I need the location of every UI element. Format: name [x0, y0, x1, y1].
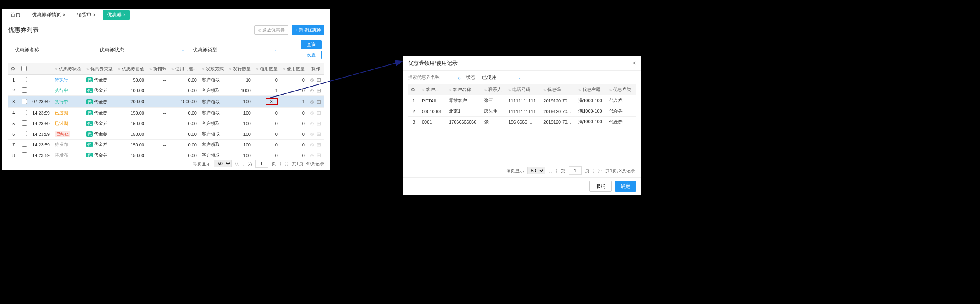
row-checkbox[interactable] [22, 77, 27, 82]
sort-icon: ⇅ [86, 67, 90, 71]
prev-page-icon[interactable]: ⟨ [556, 168, 558, 173]
page-number-input[interactable] [569, 166, 582, 175]
customer-code-header[interactable]: ⇅客户... [420, 84, 446, 95]
share-icon[interactable]: ⎋ [310, 110, 314, 116]
cancel-button[interactable]: 取消 [589, 181, 612, 192]
status-select[interactable]: ⌄ [127, 48, 185, 52]
table-row[interactable]: 2 00010001 北京1 唐先生 11111111111 2019120 7… [408, 106, 636, 117]
claim-qty-cell[interactable]: 3 [253, 96, 280, 108]
claim-header[interactable]: ⇅领用数量 [253, 63, 280, 75]
qr-icon[interactable]: ⊞ [317, 131, 321, 137]
row-checkbox[interactable] [22, 99, 27, 104]
qr-icon[interactable]: ⊞ [317, 120, 321, 126]
gear-header[interactable]: ⚙ [8, 63, 19, 75]
tab-sales[interactable]: 销货单 × [73, 10, 100, 20]
claim-count-highlight[interactable]: 3 [266, 98, 278, 105]
share-icon[interactable]: ⎋ [310, 77, 314, 83]
qr-icon[interactable]: ⊞ [317, 110, 321, 116]
claim-qty-cell[interactable]: 0 [253, 118, 280, 129]
next-page-icon[interactable]: ⟩ [593, 168, 595, 173]
table-row[interactable]: 7 14 23:59 待发布 代代金券 150.00 -- 0.00 客户领取 … [8, 140, 324, 150]
row-checkbox[interactable] [22, 87, 27, 93]
qr-icon[interactable]: ⊞ [317, 87, 321, 93]
tab-coupon[interactable]: 优惠券 × [103, 10, 130, 20]
modal-state-select[interactable]: 已使用 ⌄ [480, 74, 521, 81]
tab-home[interactable]: 首页 [7, 10, 25, 20]
table-row[interactable]: 4 14 23:59 已过期 代代金券 150.00 -- 0.00 客户领取 … [8, 108, 324, 118]
per-page-select[interactable]: 50 [214, 160, 232, 167]
page-number-input[interactable] [255, 160, 268, 168]
checkbox-header[interactable] [19, 63, 30, 75]
phone-header[interactable]: ⇅电话号码 [506, 84, 541, 95]
use-header[interactable]: ⇅使用数量 [280, 63, 307, 75]
contact-header[interactable]: ⇅联系人 [482, 84, 506, 95]
table-row[interactable]: 3 07 23:59 执行中 代代金券 200.00 -- 1000.00 客户… [8, 96, 324, 108]
row-checkbox[interactable] [22, 142, 27, 147]
claim-qty-cell[interactable]: 0 [253, 129, 280, 140]
coupon-code-header[interactable]: ⇅优惠码 [541, 84, 576, 95]
distribute-coupon-button[interactable]: ⎋ 发放优惠券 [254, 25, 288, 35]
status-header[interactable]: ⇅优惠券状态 [52, 63, 84, 75]
tab-detail[interactable]: 优惠券详情页 × [28, 10, 69, 20]
coupon-name-input[interactable] [42, 45, 92, 54]
close-icon[interactable]: × [63, 13, 65, 17]
claim-qty-cell[interactable]: 0 [253, 150, 280, 157]
modal-search-input[interactable] [408, 75, 453, 80]
customer-name-header[interactable]: ⇅客户名称 [446, 84, 482, 95]
gear-header[interactable]: ⚙ [408, 84, 420, 95]
row-checkbox[interactable] [22, 120, 27, 126]
row-checkbox[interactable] [22, 131, 27, 136]
row-checkbox[interactable] [22, 110, 27, 115]
share-icon[interactable]: ⎋ [310, 152, 314, 157]
prev-page-icon[interactable]: ⟨ [242, 161, 244, 166]
threshold-header[interactable]: ⇅使用门槛... [169, 63, 199, 75]
per-page-select[interactable]: 50 [527, 167, 545, 174]
close-icon[interactable]: × [632, 60, 636, 67]
settings-button[interactable]: 设置 [301, 51, 322, 59]
select-all-checkbox[interactable] [21, 66, 27, 71]
contact-cell: 唐先生 [482, 106, 506, 117]
face-header[interactable]: ⇅优惠券面值 [115, 63, 147, 75]
qr-icon[interactable]: ⊞ [317, 77, 321, 83]
search-icon[interactable]: ⌕ [458, 75, 461, 80]
qr-icon[interactable]: ⊞ [317, 152, 321, 157]
table-row[interactable]: 1 待执行 代代金券 50.00 -- 0.00 客户领取 10 0 0 ⎋ ⊞ [8, 75, 324, 85]
share-icon[interactable]: ⎋ [310, 131, 314, 137]
table-row[interactable]: 5 14 23:59 已过期 代代金券 150.00 -- 0.00 客户领取 … [8, 118, 324, 129]
close-icon[interactable]: × [123, 13, 126, 17]
share-icon[interactable]: ⎋ [310, 99, 314, 105]
topic-header[interactable]: ⇅优惠主题 [576, 84, 607, 95]
add-coupon-button[interactable]: + 新增优惠券 [292, 25, 324, 35]
claim-qty-cell[interactable]: 1 [253, 85, 280, 96]
type-header[interactable]: ⇅优惠券类型 [84, 63, 115, 75]
type-select[interactable]: ⌄ [221, 48, 278, 52]
qr-icon[interactable]: ⊞ [317, 99, 321, 105]
next-page-icon[interactable]: ⟩ [279, 161, 281, 166]
table-row[interactable]: 6 14 23:59 已终止 代代金券 150.00 -- 0.00 客户领取 … [8, 129, 324, 140]
method-header[interactable]: ⇅发放方式 [199, 63, 226, 75]
table-row[interactable]: 3 0001 17666666666 张 156 6666 ... 201912… [408, 117, 636, 127]
confirm-button[interactable]: 确定 [615, 181, 636, 192]
last-page-icon[interactable]: ⟩⟩ [598, 168, 602, 173]
first-page-icon[interactable]: ⟨⟨ [235, 161, 239, 166]
table-row[interactable]: 2 执行中 代代金券 100.00 -- 0.00 客户领取 1000 1 0 … [8, 85, 324, 96]
search-button[interactable]: 查询 [301, 40, 322, 49]
header-label: 使用门槛... [175, 66, 197, 71]
row-checkbox[interactable] [22, 152, 27, 157]
discount-header[interactable]: ⇅折扣% [147, 63, 169, 75]
share-icon[interactable]: ⎋ [310, 120, 314, 126]
table-row[interactable]: 8 14 23:59 待发布 代代金券 150.00 -- 0.00 客户领取 … [8, 150, 324, 157]
share-icon[interactable]: ⎋ [310, 142, 314, 148]
claim-qty-cell[interactable]: 0 [253, 75, 280, 85]
issue-header[interactable]: ⇅发行数量 [226, 63, 253, 75]
qr-icon[interactable]: ⊞ [317, 142, 321, 148]
first-page-icon[interactable]: ⟨⟨ [548, 168, 552, 173]
claim-qty-cell[interactable]: 0 [253, 108, 280, 118]
claim-qty-cell[interactable]: 0 [253, 140, 280, 150]
row-index: 1 [408, 95, 420, 106]
close-icon[interactable]: × [93, 13, 96, 17]
table-row[interactable]: 1 RETAIL... 零散客户 张三 11111111111 2019120 … [408, 95, 636, 106]
share-icon[interactable]: ⎋ [310, 87, 314, 93]
coupon-type-header[interactable]: ⇅优惠券类 [607, 84, 636, 95]
last-page-icon[interactable]: ⟩⟩ [285, 161, 289, 166]
